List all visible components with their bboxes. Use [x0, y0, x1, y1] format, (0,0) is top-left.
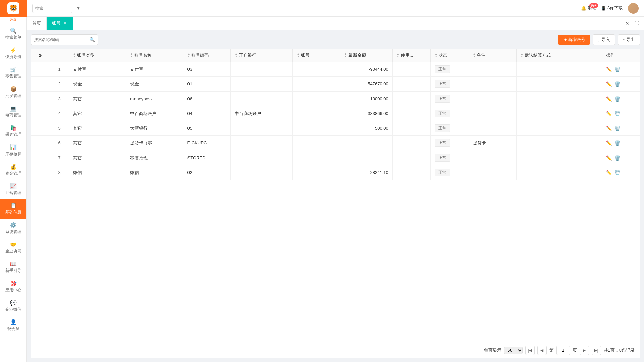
- row-name: 支付宝: [126, 62, 183, 77]
- sidebar-item-enterprise-wechat[interactable]: 💬 企业微信: [0, 296, 26, 316]
- sidebar-item-ops-mgmt[interactable]: 📈 经营管理: [0, 180, 26, 199]
- search-menu-icon: 🔍: [10, 27, 17, 34]
- edit-button[interactable]: ✏️: [606, 140, 612, 146]
- th-name[interactable]: ▲▼ 账号名称: [126, 49, 183, 62]
- th-type[interactable]: ▲▼ 账号类型: [69, 49, 126, 62]
- header-dropdown[interactable]: ▼: [76, 6, 80, 11]
- row-index: 7: [50, 150, 69, 165]
- th-bank[interactable]: ▲▼ 开户银行: [231, 49, 292, 62]
- table-row: 6 其它 提货卡（零... PICKUPC... 正常 提货卡 ✏️ 🗑️: [31, 136, 640, 150]
- tab-home[interactable]: 首页: [27, 17, 47, 30]
- th-status[interactable]: ▲▼ 状态: [431, 49, 469, 62]
- delete-button[interactable]: 🗑️: [614, 140, 620, 146]
- row-bank: [231, 77, 292, 92]
- edit-button[interactable]: ✏️: [606, 170, 612, 175]
- sidebar-item-newbie-guide[interactable]: 📖 新手引导: [0, 257, 26, 277]
- sidebar-item-label: 企业协同: [5, 248, 21, 254]
- edit-button[interactable]: ✏️: [606, 126, 612, 131]
- sidebar-item-search-menu[interactable]: 🔍 搜索菜单: [0, 24, 26, 44]
- th-default-settlement[interactable]: ▲▼ 默认结算方式: [516, 49, 602, 62]
- export-button[interactable]: ↑ 导出: [618, 34, 640, 45]
- th-account[interactable]: ▲▼ 账号: [292, 49, 340, 62]
- app-download-label: App下载: [607, 5, 623, 11]
- sort-arrows-use: ▲▼: [397, 53, 399, 58]
- row-settings: [31, 106, 50, 121]
- notice-icon: 🔔: [581, 6, 586, 11]
- edit-button[interactable]: ✏️: [606, 155, 612, 161]
- page-size-select[interactable]: 50 20 100: [504, 347, 523, 354]
- delete-button[interactable]: 🗑️: [614, 96, 620, 102]
- purchase-mgmt-icon: 🛍️: [10, 125, 17, 131]
- last-page-button[interactable]: ▶|: [592, 346, 601, 355]
- sidebar-item-basic-info[interactable]: 📋 基础信息: [0, 199, 26, 219]
- row-code: 06: [183, 92, 231, 106]
- next-page-button[interactable]: ▶: [580, 346, 589, 355]
- prev-page-button[interactable]: ◀: [537, 346, 547, 355]
- page-number-input[interactable]: [556, 346, 570, 355]
- sidebar-item-quick-nav[interactable]: ⚡ 快捷导航: [0, 44, 26, 63]
- header-left: ▼: [32, 4, 80, 13]
- row-use: [392, 165, 431, 180]
- th-action-label: 操作: [606, 53, 615, 58]
- edit-button[interactable]: ✏️: [606, 67, 612, 72]
- sort-arrows-status: ▲▼: [435, 53, 437, 58]
- delete-button[interactable]: 🗑️: [614, 67, 620, 72]
- import-button[interactable]: ↓ 导入: [593, 34, 615, 45]
- sidebar-item-retail-mgmt[interactable]: 🛒 零售管理: [0, 63, 26, 82]
- sidebar-item-sys-mgmt[interactable]: ⚙️ 系统管理: [0, 219, 26, 238]
- window-expand-button[interactable]: ⛶: [633, 20, 640, 27]
- th-use[interactable]: ▲▼ 使用...: [392, 49, 431, 62]
- th-remark[interactable]: ▲▼ 备注: [469, 49, 516, 62]
- search-input[interactable]: [34, 37, 89, 42]
- row-bank: [231, 136, 292, 150]
- sidebar-item-wholesale-mgmt[interactable]: 📦 批发管理: [0, 82, 26, 102]
- row-balance: 10000.00: [340, 92, 392, 106]
- row-code: 04: [183, 106, 231, 121]
- header-search-input[interactable]: [32, 4, 72, 13]
- sidebar-item-purchase-mgmt[interactable]: 🛍️ 采购管理: [0, 121, 26, 141]
- edit-button[interactable]: ✏️: [606, 111, 612, 116]
- tab-account[interactable]: 账号 ✕: [47, 17, 73, 30]
- status-badge: 正常: [435, 65, 450, 73]
- th-code[interactable]: ▲▼ 账号编码: [183, 49, 231, 62]
- edit-button[interactable]: ✏️: [606, 96, 612, 102]
- window-close-button[interactable]: ✕: [624, 20, 631, 27]
- sidebar-item-finance-mgmt[interactable]: 💰 资金管理: [0, 160, 26, 180]
- search-icon: 🔍: [89, 37, 95, 42]
- sort-arrows-name: ▲▼: [130, 53, 133, 58]
- add-account-button[interactable]: + 新增账号: [558, 35, 590, 45]
- notice-button[interactable]: 🔔 消息 99+: [581, 5, 596, 11]
- row-account: [292, 92, 340, 106]
- sidebar-item-ecom-mgmt[interactable]: 💻 电商管理: [0, 102, 26, 121]
- delete-button[interactable]: 🗑️: [614, 126, 620, 131]
- th-balance[interactable]: ▲▼ 最新余额: [340, 49, 392, 62]
- row-status: 正常: [431, 150, 469, 165]
- th-settings[interactable]: ⚙: [31, 49, 50, 62]
- delete-button[interactable]: 🗑️: [614, 170, 620, 175]
- app-download-button[interactable]: 📱 App下载: [601, 5, 623, 11]
- delete-button[interactable]: 🗑️: [614, 81, 620, 87]
- row-status: 正常: [431, 136, 469, 150]
- delete-button[interactable]: 🗑️: [614, 155, 620, 161]
- inventory-icon: 📊: [10, 144, 17, 150]
- status-badge: 正常: [435, 139, 450, 147]
- edit-button[interactable]: ✏️: [606, 81, 612, 87]
- table-row: 5 其它 大新银行 05 500.00 正常 ✏️ 🗑️: [31, 121, 640, 136]
- sidebar-item-inventory[interactable]: 📊 库存核算: [0, 141, 26, 160]
- sidebar-item-enterprise-agreement[interactable]: 🤝 企业协同: [0, 238, 26, 257]
- table-row: 2 现金 现金 01 547670.00 正常 ✏️ 🗑️: [31, 77, 640, 92]
- row-index: 2: [50, 77, 69, 92]
- sidebar-item-label: 电商管理: [5, 112, 21, 118]
- app-logo: 🐯: [0, 0, 27, 17]
- page-label: 第: [549, 347, 554, 353]
- user-avatar[interactable]: [628, 3, 639, 14]
- row-index: 1: [50, 62, 69, 77]
- sidebar-item-member[interactable]: 👤 畅会员: [0, 316, 26, 335]
- delete-button[interactable]: 🗑️: [614, 111, 620, 116]
- tab-account-close[interactable]: ✕: [63, 21, 68, 26]
- first-page-button[interactable]: |◀: [525, 346, 535, 355]
- sidebar-item-app-center[interactable]: 🎯 应用中心: [0, 277, 26, 296]
- row-account: [292, 106, 340, 121]
- row-settings: [31, 62, 50, 77]
- table-row: 8 微信 微信 02 28241.10 正常 ✏️ 🗑️: [31, 165, 640, 180]
